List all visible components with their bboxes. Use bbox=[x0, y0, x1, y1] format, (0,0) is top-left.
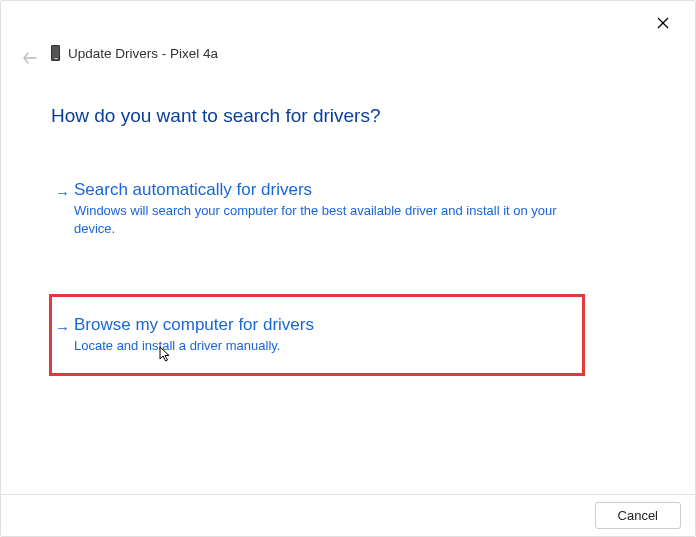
page-heading: How do you want to search for drivers? bbox=[51, 105, 381, 127]
option-title: Browse my computer for drivers bbox=[74, 315, 564, 335]
close-icon bbox=[657, 17, 669, 29]
option-search-automatically[interactable]: → Search automatically for drivers Windo… bbox=[51, 161, 583, 256]
dialog-header: Update Drivers - Pixel 4a bbox=[51, 45, 218, 61]
back-arrow-icon bbox=[23, 52, 37, 64]
close-button[interactable] bbox=[649, 11, 677, 36]
option-description: Windows will search your computer for th… bbox=[74, 202, 564, 237]
arrow-right-icon: → bbox=[55, 319, 70, 336]
option-description: Locate and install a driver manually. bbox=[74, 337, 564, 355]
option-browse-computer[interactable]: → Browse my computer for drivers Locate … bbox=[51, 296, 583, 374]
device-icon bbox=[51, 45, 60, 61]
cancel-button[interactable]: Cancel bbox=[595, 502, 681, 529]
dialog-footer: Cancel bbox=[1, 494, 695, 536]
options-list: → Search automatically for drivers Windo… bbox=[51, 161, 583, 374]
arrow-right-icon: → bbox=[55, 184, 70, 201]
option-title: Search automatically for drivers bbox=[74, 180, 564, 200]
back-button[interactable] bbox=[23, 51, 37, 67]
dialog-title: Update Drivers - Pixel 4a bbox=[68, 46, 218, 61]
